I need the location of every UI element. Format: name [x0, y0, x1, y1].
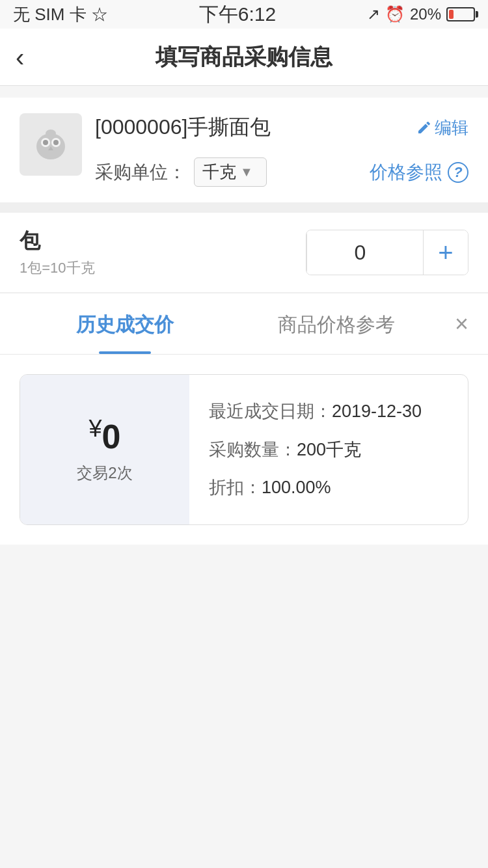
tab-bar: 历史成交价 商品价格参考 × [0, 293, 488, 355]
svg-point-4 [53, 140, 59, 145]
unit-select[interactable]: 千克 ▼ [194, 157, 267, 187]
product-name-row: [0000006]手撕面包 编辑 [95, 113, 468, 142]
detail-row-date: 最近成交日期：2019-12-30 [209, 398, 448, 425]
quantity-add-button[interactable]: + [424, 230, 468, 275]
price-amount: ¥0 [89, 415, 121, 456]
tab-product-price-ref[interactable]: 商品价格参考 [230, 293, 441, 354]
price-card: ¥0 交易2次 最近成交日期：2019-12-30 采购数量：200千克 折扣：… [20, 374, 468, 525]
unit-label: 采购单位： [95, 160, 186, 185]
back-button[interactable]: ‹ [16, 44, 24, 70]
unit-left: 采购单位： 千克 ▼ [95, 157, 267, 187]
detail-value-discount: 100.00% [262, 478, 331, 497]
quantity-conversion: 1包=10千克 [20, 258, 95, 278]
bottom-sheet: 历史成交价 商品价格参考 × ¥0 交易2次 最近成交日期：2019-12-30… [0, 293, 488, 545]
detail-label-date: 最近成交日期： [209, 401, 332, 421]
page-title: 填写商品采购信息 [156, 42, 332, 72]
detail-label-discount: 折扣： [209, 478, 262, 497]
nav-bar: ‹ 填写商品采购信息 [0, 29, 488, 86]
unit-row: 采购单位： 千克 ▼ 价格参照 ? [95, 157, 468, 187]
product-thumbnail [20, 113, 82, 176]
section-divider [0, 202, 488, 213]
price-card-right: 最近成交日期：2019-12-30 采购数量：200千克 折扣：100.00% [189, 375, 468, 524]
quantity-unit: 包 [20, 227, 95, 256]
product-info: [0000006]手撕面包 编辑 采购单位： 千克 ▼ [95, 113, 468, 187]
chevron-down-icon: ▼ [240, 165, 253, 180]
status-right: ↗ ⏰ 20% [367, 5, 475, 23]
quantity-input[interactable] [306, 230, 424, 275]
signal-label: 无 SIM 卡 ☆ [13, 3, 108, 26]
product-row: [0000006]手撕面包 编辑 采购单位： 千克 ▼ [20, 113, 468, 187]
price-ref-button[interactable]: 价格参照 ? [370, 160, 468, 185]
status-bar: 无 SIM 卡 ☆ 下午6:12 ↗ ⏰ 20% [0, 0, 488, 29]
product-section: [0000006]手撕面包 编辑 采购单位： 千克 ▼ [0, 98, 488, 202]
price-card-left: ¥0 交易2次 [20, 375, 189, 524]
currency-symbol: ¥ [89, 415, 102, 442]
tab-history-price[interactable]: 历史成交价 [20, 293, 230, 354]
close-button[interactable]: × [442, 299, 468, 349]
battery-icon [446, 7, 475, 21]
detail-label-qty: 采购数量： [209, 440, 297, 459]
detail-value-date: 2019-12-30 [332, 401, 422, 421]
status-time: 下午6:12 [199, 1, 276, 28]
trade-count: 交易2次 [77, 463, 132, 483]
product-name: [0000006]手撕面包 [95, 113, 271, 142]
alarm-icon: ⏰ [385, 5, 405, 23]
quantity-control: + [306, 230, 468, 275]
detail-value-qty: 200千克 [297, 440, 361, 459]
edit-icon [416, 120, 432, 135]
detail-row-discount: 折扣：100.00% [209, 474, 448, 501]
location-icon: ↗ [367, 5, 380, 23]
info-icon: ? [448, 162, 468, 183]
quantity-row: 包 1包=10千克 + [0, 213, 488, 293]
quantity-label-wrap: 包 1包=10千克 [20, 227, 95, 278]
status-left: 无 SIM 卡 ☆ [13, 3, 108, 26]
detail-row-qty: 采购数量：200千克 [209, 437, 448, 463]
card-list: ¥0 交易2次 最近成交日期：2019-12-30 采购数量：200千克 折扣：… [0, 355, 488, 545]
unit-value: 千克 [202, 161, 236, 183]
edit-button[interactable]: 编辑 [416, 116, 468, 139]
battery-percent: 20% [410, 5, 441, 23]
svg-point-3 [43, 140, 48, 145]
price-ref-label: 价格参照 [370, 160, 442, 185]
svg-point-6 [46, 129, 56, 137]
